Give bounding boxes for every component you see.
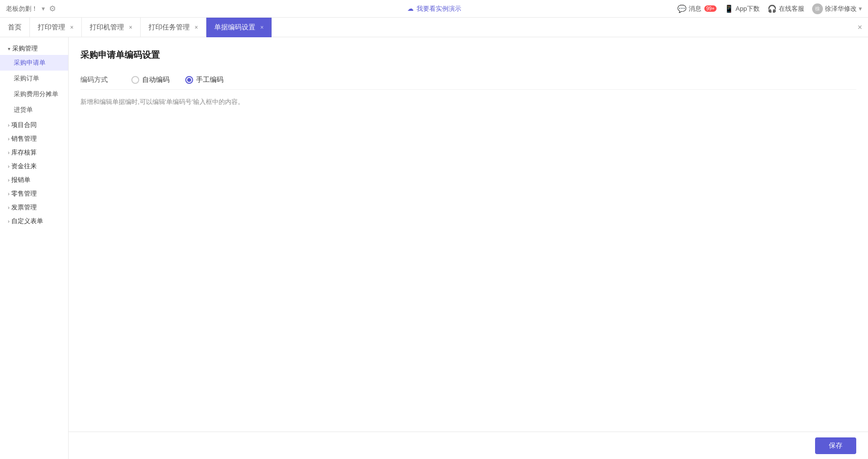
tab-print-manage[interactable]: 打印管理 × — [30, 18, 82, 37]
user-dropdown-icon: ▾ — [859, 5, 862, 12]
save-button[interactable]: 保存 — [815, 437, 856, 454]
sidebar-group-inventory-label: 库存核算 — [11, 148, 37, 157]
sidebar-group-inventory-title[interactable]: › 库存核算 — [0, 145, 68, 159]
sidebar-group-funds-label: 资金往来 — [11, 162, 37, 171]
sidebar-item-purchase-order[interactable]: 采购订单 — [0, 71, 68, 86]
sidebar-item-stock-in-label: 进货单 — [14, 106, 33, 113]
sidebar: ▾ 采购管理 采购申请单 采购订单 采购费用分摊单 进货单 › 项目合同 › 销… — [0, 37, 69, 459]
sidebar-group-purchase: ▾ 采购管理 采购申请单 采购订单 采购费用分摊单 进货单 — [0, 41, 68, 118]
radio-auto-circle[interactable] — [131, 76, 139, 84]
tab-bar: 首页 打印管理 × 打印机管理 × 打印任务管理 × 单据编码设置 × × — [0, 18, 868, 37]
arrow-right-icon-invoice: › — [8, 205, 9, 210]
tab-printer-manage[interactable]: 打印机管理 × — [82, 18, 141, 37]
hint-text: 新增和编辑单据编时,可以编辑'单编码号'输入框中的内容。 — [80, 98, 856, 106]
radio-manual-option[interactable]: 手工编码 — [185, 76, 223, 84]
tab-printer-manage-close[interactable]: × — [129, 24, 132, 31]
settings-icon[interactable]: ⚙ — [49, 4, 56, 13]
headset-icon: 🎧 — [768, 4, 777, 13]
arrow-right-icon-expense: › — [8, 178, 9, 183]
sidebar-group-expense-title[interactable]: › 报销单 — [0, 173, 68, 186]
sidebar-item-purchase-order-label: 采购订单 — [14, 75, 39, 82]
radio-manual-label: 手工编码 — [196, 76, 223, 84]
code-type-label: 编码方式 — [80, 76, 108, 84]
sidebar-group-project-label: 项目合同 — [11, 121, 37, 129]
sidebar-group-funds-title[interactable]: › 资金往来 — [0, 159, 68, 173]
tab-printer-manage-label: 打印机管理 — [90, 23, 124, 32]
sidebar-group-purchase-label: 采购管理 — [12, 44, 38, 53]
user-item[interactable]: 徐 徐泽华修改 ▾ — [812, 3, 862, 14]
arrow-right-icon-custom: › — [8, 219, 9, 224]
online-service-item[interactable]: 🎧 在线客服 — [768, 4, 804, 13]
tab-print-manage-label: 打印管理 — [38, 23, 65, 32]
sidebar-group-sales-title[interactable]: › 销售管理 — [0, 131, 68, 145]
sidebar-group-sales-label: 销售管理 — [11, 134, 37, 143]
message-item[interactable]: 💬 消息 99+ — [677, 4, 717, 13]
message-icon: 💬 — [677, 4, 687, 13]
sidebar-group-custom-title[interactable]: › 自定义表单 — [0, 214, 68, 228]
tab-code-setting[interactable]: 单据编码设置 × — [206, 18, 272, 37]
radio-manual-circle[interactable] — [185, 76, 193, 84]
content-area: 采购申请单编码设置 编码方式 自动编码 手工编码 新增和编辑单据编时,可以编辑'… — [69, 37, 868, 459]
app-download-item[interactable]: 📱 App下数 — [724, 4, 760, 13]
app-download-label: App下数 — [736, 4, 760, 13]
sidebar-item-purchase-fee[interactable]: 采购费用分摊单 — [0, 86, 68, 102]
radio-auto-label: 自动编码 — [142, 76, 170, 84]
tab-code-setting-close[interactable]: × — [260, 24, 264, 31]
tab-home[interactable]: 首页 — [0, 18, 30, 37]
sidebar-group-invoice-label: 发票管理 — [11, 203, 37, 212]
message-label: 消息 — [689, 4, 701, 13]
arrow-right-icon-project: › — [8, 123, 9, 128]
sidebar-group-purchase-title[interactable]: ▾ 采购管理 — [0, 41, 68, 55]
tab-home-label: 首页 — [8, 23, 22, 32]
footer-bar: 保存 — [69, 432, 868, 459]
arrow-right-icon-funds: › — [8, 164, 9, 169]
tab-code-setting-label: 单据编码设置 — [214, 23, 255, 32]
dropdown-icon[interactable]: ▾ — [42, 5, 45, 12]
arrow-right-icon-inventory: › — [8, 150, 9, 155]
sidebar-item-purchase-request-label: 采购申请单 — [14, 59, 46, 66]
logo-text: 老板勿剿！ — [6, 4, 38, 13]
sidebar-group-expense-label: 报销单 — [11, 176, 30, 184]
center-text[interactable]: 我要看实例演示 — [417, 4, 461, 13]
top-bar-center: ☁ 我要看实例演示 — [407, 4, 461, 13]
sidebar-item-purchase-request[interactable]: 采购申请单 — [0, 55, 68, 71]
tab-print-task[interactable]: 打印任务管理 × — [141, 18, 206, 37]
arrow-right-icon-sales: › — [8, 136, 9, 142]
online-service-label: 在线客服 — [779, 4, 804, 13]
arrow-down-icon: ▾ — [8, 46, 10, 51]
app-icon: 📱 — [724, 4, 734, 13]
sidebar-item-stock-in[interactable]: 进货单 — [0, 102, 68, 118]
top-bar-left: 老板勿剿！ ▾ ⚙ — [6, 4, 56, 13]
sidebar-group-invoice-title[interactable]: › 发票管理 — [0, 200, 68, 214]
sidebar-group-project-title[interactable]: › 项目合同 — [0, 118, 68, 131]
content-main: 采购申请单编码设置 编码方式 自动编码 手工编码 新增和编辑单据编时,可以编辑'… — [69, 37, 868, 432]
top-bar-right: 💬 消息 99+ 📱 App下数 🎧 在线客服 徐 徐泽华修改 ▾ — [677, 3, 862, 14]
sidebar-group-custom-label: 自定义表单 — [11, 217, 43, 226]
tab-print-manage-close[interactable]: × — [70, 24, 74, 31]
radio-auto-option[interactable]: 自动编码 — [131, 76, 170, 84]
tab-print-task-close[interactable]: × — [195, 24, 198, 31]
top-bar: 老板勿剿！ ▾ ⚙ ☁ 我要看实例演示 💬 消息 99+ 📱 App下数 🎧 在… — [0, 0, 868, 18]
sidebar-group-retail-label: 零售管理 — [11, 189, 37, 198]
message-badge: 99+ — [704, 5, 717, 12]
page-title: 采购申请单编码设置 — [80, 49, 856, 61]
arrow-right-icon-retail: › — [8, 191, 9, 197]
main-layout: ▾ 采购管理 采购申请单 采购订单 采购费用分摊单 进货单 › 项目合同 › 销… — [0, 37, 868, 459]
cloud-icon: ☁ — [407, 5, 414, 12]
tab-print-task-label: 打印任务管理 — [149, 23, 190, 32]
sidebar-item-purchase-fee-label: 采购费用分摊单 — [14, 90, 58, 98]
avatar: 徐 — [812, 3, 823, 14]
code-type-row: 编码方式 自动编码 手工编码 — [80, 71, 856, 90]
username: 徐泽华修改 — [825, 4, 857, 13]
sidebar-group-retail-title[interactable]: › 零售管理 — [0, 186, 68, 200]
close-all-tabs-button[interactable]: × — [858, 23, 862, 32]
